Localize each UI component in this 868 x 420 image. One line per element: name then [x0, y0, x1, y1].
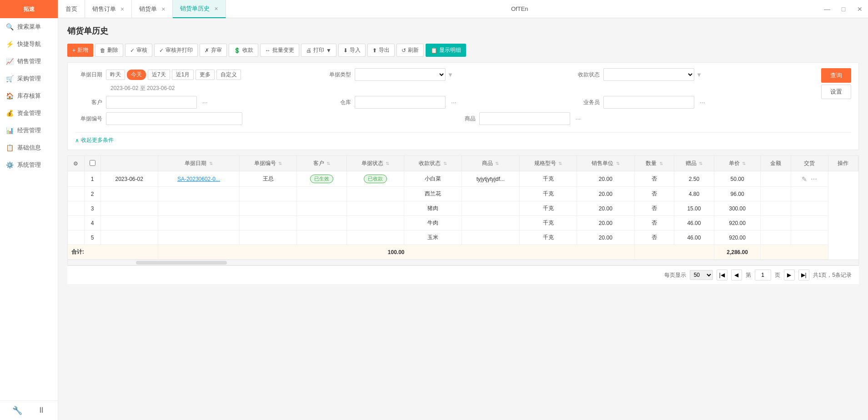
cell-13: 2.50 — [674, 171, 714, 187]
edit-icon[interactable]: ✎ — [802, 175, 807, 183]
sidebar-item-sales-mgmt[interactable]: 📈 销售管理 — [0, 53, 58, 70]
cell-7 — [346, 230, 404, 245]
new-button[interactable]: + 新增 — [67, 44, 93, 57]
th-spec-type[interactable]: 规格型号 ⇅ — [519, 156, 577, 171]
date-btn-today[interactable]: 今天 — [127, 70, 146, 80]
tab-close-sales-delivery[interactable]: × — [161, 5, 165, 13]
cell-9 — [462, 187, 519, 201]
audit-print-button[interactable]: ✓ 审核并打印 — [154, 44, 198, 57]
th-sales-unit[interactable]: 销售单位 ⇅ — [577, 156, 634, 171]
date-btn-1month[interactable]: 近1月 — [172, 70, 194, 80]
batch-change-button[interactable]: ↔ 批量变更 — [260, 44, 299, 57]
delete-button[interactable]: 🗑 删除 — [95, 44, 123, 57]
salesperson-input[interactable] — [603, 96, 694, 109]
date-btn-7days[interactable]: 近7天 — [148, 70, 170, 80]
th-gift[interactable]: 赠品 ⇅ — [674, 156, 714, 171]
sidebar-item-quick-nav[interactable]: ⚡ 快捷导航 — [0, 35, 58, 53]
doc-no-link[interactable]: SA-20230602-0... — [177, 176, 220, 182]
more-icon[interactable]: ⋯ — [811, 175, 817, 183]
abandon-button[interactable]: ✗ 弃审 — [200, 44, 227, 57]
import-button[interactable]: ⬇ 导入 — [338, 44, 366, 57]
customer-dots[interactable]: ··· — [202, 99, 208, 106]
th-check[interactable] — [84, 156, 100, 171]
maximize-button[interactable]: □ — [835, 0, 852, 18]
sidebar-item-sys-mgmt[interactable]: ⚙️ 系统管理 — [0, 156, 58, 174]
first-page-button[interactable]: |◀ — [717, 270, 728, 280]
tab-home[interactable]: 首页 — [58, 0, 85, 18]
tab-close-sales-order[interactable]: × — [120, 5, 124, 13]
per-page-label: 每页显示 — [664, 271, 686, 279]
tab-sales-order[interactable]: 销售订单 × — [85, 0, 132, 18]
cell-13: 46.00 — [674, 216, 714, 230]
tab-close-history[interactable]: × — [214, 5, 218, 12]
filter-actions: 查询 设置 — [821, 68, 851, 99]
salesperson-dots[interactable]: ··· — [700, 99, 705, 106]
warehouse-dots[interactable]: ··· — [451, 99, 457, 106]
th-doc-status[interactable]: 单据状态 ⇅ — [346, 156, 404, 171]
sidebar-item-basic-info[interactable]: 📋 基础信息 — [0, 139, 58, 156]
th-doc-date[interactable]: 单据日期 ⇅ — [158, 156, 239, 171]
th-payment-status[interactable]: 收款状态 ⇅ — [404, 156, 462, 171]
audit-button[interactable]: ✓ 审核 — [125, 44, 152, 57]
filter-settings-button[interactable]: 设置 — [821, 85, 851, 99]
cell-6 — [297, 230, 347, 245]
per-page-select[interactable]: 50 100 200 — [690, 270, 713, 280]
sidebar-item-funds-mgmt[interactable]: 💰 资金管理 — [0, 105, 58, 122]
doc-status-badge: 已生效 — [310, 175, 333, 183]
page-number-input[interactable] — [755, 270, 771, 280]
export-icon: ⬆ — [372, 47, 377, 54]
sidebar-item-purchase-mgmt[interactable]: 🛒 采购管理 — [0, 70, 58, 87]
product-dots[interactable]: ··· — [576, 115, 581, 122]
sidebar-collapse-icon[interactable]: ⏸ — [37, 405, 45, 415]
prev-page-button[interactable]: ◀ — [731, 270, 742, 280]
th-customer[interactable]: 客户 ⇅ — [297, 156, 347, 171]
cell-5 — [239, 230, 296, 245]
tab-sales-delivery-history[interactable]: 销货单历史 × — [173, 0, 226, 18]
doc-type-select[interactable] — [355, 68, 446, 81]
th-amount[interactable]: 金额 — [761, 156, 791, 171]
customer-input[interactable] — [106, 96, 197, 109]
th-product[interactable]: 商品 ⇅ — [462, 156, 519, 171]
collapse-button[interactable]: ∧ 收起更多条件 — [75, 136, 851, 144]
doc-no-label: 单据编号 — [75, 115, 102, 123]
sidebar-item-search-menu[interactable]: 🔍 搜索菜单 — [0, 18, 58, 35]
th-transaction: 交货 — [791, 156, 828, 171]
cell-11: 20.00 — [577, 216, 634, 230]
print-button[interactable]: 🖨 打印 ▼ — [301, 44, 336, 57]
date-btn-yesterday[interactable]: 昨天 — [106, 70, 125, 80]
tab-sales-delivery[interactable]: 销货单 × — [132, 0, 173, 18]
collapse-icon: ∧ — [75, 137, 79, 144]
date-btn-more[interactable]: 更多 — [196, 70, 215, 80]
summary-row: 合计: 100.00 2,286.00 — [68, 245, 858, 260]
product-input[interactable] — [479, 112, 570, 125]
last-page-button[interactable]: ▶| — [798, 270, 809, 280]
sidebar-item-stock-calc[interactable]: 🏠 库存核算 — [0, 87, 58, 105]
doc-no-input[interactable] — [106, 112, 242, 125]
cell-16 — [791, 201, 828, 216]
export-button[interactable]: ⬆ 导出 — [367, 44, 395, 57]
th-unit-price[interactable]: 单价 ⇅ — [714, 156, 761, 171]
minimize-button[interactable]: — — [819, 0, 835, 18]
cell-13: 4.80 — [674, 187, 714, 201]
check-all[interactable] — [90, 160, 95, 166]
cell-8: 西兰花 — [404, 187, 462, 201]
total-records: 共1页，5条记录 — [813, 271, 852, 279]
sidebar-settings-icon[interactable]: 🔧 — [12, 405, 22, 415]
payment-status-select[interactable] — [603, 68, 694, 81]
date-btn-custom[interactable]: 自定义 — [216, 70, 241, 80]
cell-9 — [462, 201, 519, 216]
th-quantity[interactable]: 数量 ⇅ — [634, 156, 674, 171]
search-menu-icon: 🔍 — [5, 23, 14, 31]
display-detail-button[interactable]: 📋 显示明细 — [426, 44, 466, 57]
collect-button[interactable]: 💲 收款 — [229, 44, 258, 57]
warehouse-input[interactable] — [355, 96, 446, 109]
query-button[interactable]: 查询 — [821, 68, 851, 83]
sidebar-item-ops-mgmt[interactable]: 📊 经营管理 — [0, 122, 58, 139]
refresh-button[interactable]: ↺ 刷新 — [396, 44, 424, 57]
close-button[interactable]: ✕ — [852, 0, 868, 18]
next-page-button[interactable]: ▶ — [784, 270, 795, 280]
horizontal-scrollbar[interactable] — [68, 260, 858, 265]
th-doc-no[interactable]: 单据编号 ⇅ — [239, 156, 296, 171]
collect-icon: 💲 — [234, 47, 241, 54]
th-settings[interactable]: ⚙ — [68, 156, 84, 171]
